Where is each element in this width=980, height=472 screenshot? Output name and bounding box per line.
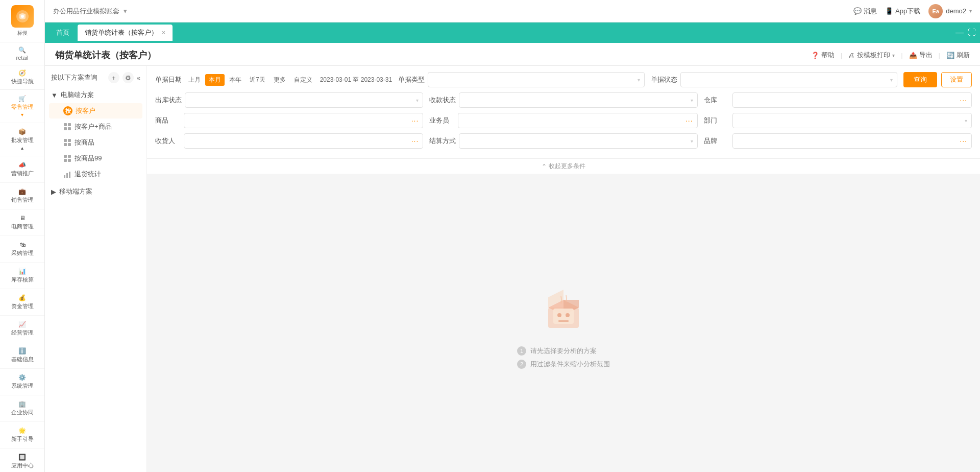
finance-label: 资金管理 xyxy=(11,302,34,310)
sidebar: 标慢 🔍 retail 🧭 快捷导航 🛒 零售管理 ▾ 📦 批发管理 ▴ 📣 营… xyxy=(0,0,45,472)
warehouse-control[interactable]: ··· xyxy=(732,92,972,108)
settlement-label: 结算方式 xyxy=(429,136,456,146)
operations-label: 经营管理 xyxy=(11,329,34,337)
hint-2-text: 用过滤条件来缩小分析范围 xyxy=(530,360,610,369)
scheme-item-by-customer[interactable]: 按 按客户 xyxy=(49,103,142,119)
scheme-group-desktop-title[interactable]: ▼ 电脑端方案 xyxy=(47,87,144,103)
basic-icon: ℹ️ xyxy=(18,347,26,355)
salesperson-more-dots[interactable]: ··· xyxy=(685,116,693,125)
sidebar-item-enterprise[interactable]: 🏢 企业协同 xyxy=(0,395,44,422)
refresh-button[interactable]: 🔄 刷新 xyxy=(946,51,970,60)
sidebar-search-menu[interactable]: 🔍 retail xyxy=(0,42,44,65)
scheme-settings-button[interactable]: ⚙ xyxy=(122,72,134,83)
date-value: 2023-03-01 至 2023-03-31 xyxy=(320,76,392,84)
print-button[interactable]: 🖨 按模板打印 ▾ xyxy=(848,51,895,60)
svg-rect-15 xyxy=(66,173,68,178)
date-tab-this-month[interactable]: 本月 xyxy=(205,74,225,86)
svg-rect-16 xyxy=(69,172,70,178)
scheme-item-by-product[interactable]: 按商品 xyxy=(49,135,142,150)
export-button[interactable]: 📤 导出 xyxy=(909,51,933,60)
sidebar-item-ecommerce[interactable]: 🖥 电商管理 xyxy=(0,209,44,236)
hint-2-num: 2 xyxy=(517,360,526,369)
query-button[interactable]: 查询 xyxy=(903,72,937,87)
settlement-control[interactable]: ▾ xyxy=(459,133,697,149)
settings-button[interactable]: 设置 xyxy=(941,72,972,87)
order-status-dropdown-icon: ▾ xyxy=(890,77,893,83)
message-button[interactable]: 💬 消息 xyxy=(853,7,877,16)
sidebar-item-operations[interactable]: 📈 经营管理 xyxy=(0,316,44,342)
empty-state-icon xyxy=(533,277,594,338)
brand-more-dots[interactable]: ··· xyxy=(960,137,967,145)
scheme-collapse-button[interactable]: « xyxy=(137,74,140,82)
scheme-item-by-product-99[interactable]: 按商品99 xyxy=(49,151,142,166)
date-tabs: 上月 本月 本年 近7天 更多 自定义 xyxy=(185,74,316,86)
retail-label: 零售管理 xyxy=(11,103,34,111)
main-body: 按以下方案查询 + ⚙ « ▼ 电脑端方案 按 按客户 xyxy=(45,66,980,472)
sidebar-item-app-center[interactable]: 🔲 应用中心 xyxy=(0,449,44,472)
collapse-bar[interactable]: ⌃ 收起更多条件 xyxy=(147,158,980,174)
mobile-group-arrow: ▶ xyxy=(51,188,56,196)
header-dropdown-icon[interactable]: ▾ xyxy=(124,7,127,15)
filter-department: 部门 ▾ xyxy=(704,113,972,128)
brand-control[interactable]: ··· xyxy=(732,133,972,149)
sidebar-item-system[interactable]: ⚙️ 系统管理 xyxy=(0,369,44,395)
scheme-group-mobile-title[interactable]: ▶ 移动端方案 xyxy=(47,184,144,199)
sidebar-item-marketing[interactable]: 📣 营销推广 xyxy=(0,156,44,183)
finance-icon: 💰 xyxy=(18,294,26,301)
filter-settlement: 结算方式 ▾ xyxy=(429,133,697,149)
sidebar-item-retail[interactable]: 🛒 零售管理 ▾ xyxy=(0,90,44,123)
svg-rect-2 xyxy=(64,123,67,126)
right-content: 单据日期 上月 本月 本年 近7天 更多 自定义 20 xyxy=(147,66,980,472)
sidebar-nav-shortcut[interactable]: 🧭 快捷导航 xyxy=(0,65,44,90)
system-icon: ⚙️ xyxy=(18,374,26,381)
scheme-item-customer-product[interactable]: 按客户+商品 xyxy=(49,119,142,134)
scheme-panel: 按以下方案查询 + ⚙ « ▼ 电脑端方案 按 按客户 xyxy=(45,66,147,472)
date-tab-more[interactable]: 更多 xyxy=(270,74,289,86)
export-icon: 📤 xyxy=(909,52,917,59)
sidebar-item-newbie[interactable]: 🌟 新手引导 xyxy=(0,422,44,449)
ship-status-control[interactable]: ▾ xyxy=(185,92,423,108)
sidebar-item-wholesale[interactable]: 📦 批发管理 ▴ xyxy=(0,123,44,156)
sidebar-item-basic[interactable]: ℹ️ 基础信息 xyxy=(0,342,44,369)
tab-active[interactable]: 销货单统计表（按客户） × xyxy=(78,25,173,41)
page-header: 销货单统计表（按客户） ❓ 帮助 | 🖨 按模板打印 ▾ | 📤 导出 | xyxy=(45,43,980,66)
sidebar-item-sales[interactable]: 💼 销售管理 xyxy=(0,183,44,209)
desktop-group-label: 电脑端方案 xyxy=(61,90,94,100)
salesperson-control[interactable]: ··· xyxy=(458,113,697,128)
product-more-dots[interactable]: ··· xyxy=(411,116,419,125)
payment-status-control[interactable]: ▾ xyxy=(459,92,697,108)
sales-label: 销售管理 xyxy=(11,196,34,204)
tab-home[interactable]: 首页 xyxy=(49,25,77,41)
sidebar-logo: 标慢 xyxy=(0,0,44,42)
date-tab-custom[interactable]: 自定义 xyxy=(290,74,316,86)
app-download-button[interactable]: 📱 App下载 xyxy=(885,7,920,16)
receiver-control[interactable]: ··· xyxy=(184,133,423,149)
sidebar-item-finance[interactable]: 💰 资金管理 xyxy=(0,289,44,316)
svg-rect-7 xyxy=(68,139,71,142)
order-status-control[interactable]: ▾ xyxy=(680,72,897,87)
scheme-item-return-stats[interactable]: 退货统计 xyxy=(49,167,142,182)
sidebar-item-inventory[interactable]: 📊 库存核算 xyxy=(0,263,44,289)
separator3: | xyxy=(939,52,940,59)
sidebar-item-purchase[interactable]: 🛍 采购管理 xyxy=(0,236,44,263)
tab-close-button[interactable]: × xyxy=(162,29,165,36)
help-button[interactable]: ❓ 帮助 xyxy=(811,51,835,60)
filter-order-type: 单据类型 ▾ xyxy=(398,72,645,87)
tab-maximize-button[interactable]: ⛶ xyxy=(968,28,976,37)
order-type-control[interactable]: ▾ xyxy=(428,72,645,87)
svg-rect-9 xyxy=(68,143,71,146)
date-tab-last-month[interactable]: 上月 xyxy=(185,74,204,86)
date-label: 单据日期 xyxy=(155,75,182,84)
product-control[interactable]: ··· xyxy=(184,113,423,128)
grid-icon-1 xyxy=(63,123,71,131)
scheme-add-button[interactable]: + xyxy=(108,72,119,83)
receiver-more-dots[interactable]: ··· xyxy=(411,137,419,145)
tab-minimize-button[interactable]: — xyxy=(955,28,964,37)
department-control[interactable]: ▾ xyxy=(732,113,972,128)
grid-icon-3 xyxy=(63,154,71,162)
date-tab-7days[interactable]: 近7天 xyxy=(246,74,269,86)
user-profile-button[interactable]: Ea demo2 ▾ xyxy=(928,4,972,18)
date-tab-this-year[interactable]: 本年 xyxy=(226,74,245,86)
ship-status-dropdown-icon: ▾ xyxy=(416,98,419,103)
warehouse-more-dots[interactable]: ··· xyxy=(960,96,967,104)
